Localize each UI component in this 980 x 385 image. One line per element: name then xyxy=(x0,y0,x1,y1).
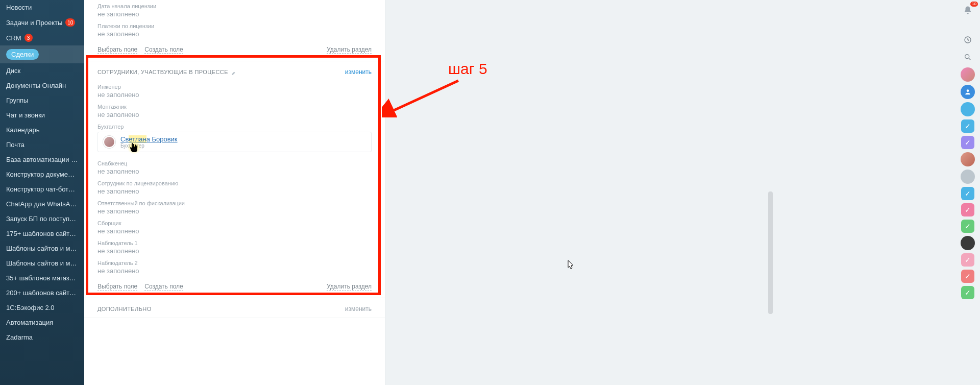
license-section: Дата начала лицензии не заполнено Платеж… xyxy=(84,0,385,61)
sidebar-item-chatbot-builder[interactable]: Конструктор чат-ботов Z... xyxy=(0,182,84,197)
sidebar-item-crm[interactable]: CRM3 xyxy=(0,30,84,45)
delete-section-link[interactable]: Удалить раздел xyxy=(327,283,372,291)
sidebar-item-groups[interactable]: Группы xyxy=(0,93,84,108)
pencil-icon[interactable] xyxy=(231,69,236,75)
rail-app-icon[interactable] xyxy=(961,102,975,116)
sidebar-item-doc-builder[interactable]: Конструктор документов xyxy=(0,167,84,182)
sidebar-item-templates-sites-2[interactable]: Шаблоны сайтов и магаз... xyxy=(0,256,84,271)
additional-section: ДОПОЛНИТЕЛЬНО изменить xyxy=(84,298,385,318)
field-accountant[interactable]: Бухгалтер Светлана Боровик Бухгалтер xyxy=(97,121,372,157)
field-license-payments[interactable]: Платежи по лицензии не заполнено xyxy=(97,20,372,40)
rail-check-icon-6[interactable]: ✓ xyxy=(961,253,974,267)
sidebar-item-bp-launch[interactable]: Запуск БП по поступлен... xyxy=(0,211,84,226)
field-assembler[interactable]: Сборщик не заполнено xyxy=(97,217,372,237)
rail-avatar-3[interactable] xyxy=(961,170,975,184)
cursor-arrow-icon xyxy=(568,260,576,271)
sidebar-item-templates-200[interactable]: 200+ шаблонов сайтов и... xyxy=(0,285,84,300)
sidebar-item-news[interactable]: Новости xyxy=(0,0,84,15)
rail-avatar-2[interactable] xyxy=(961,152,975,166)
create-field-link[interactable]: Создать поле xyxy=(144,46,183,54)
rail-avatar-4[interactable] xyxy=(961,236,975,250)
rail-clock-icon[interactable] xyxy=(961,33,975,47)
sidebar-item-disk[interactable]: Диск xyxy=(0,63,84,78)
select-field-link[interactable]: Выбрать поле xyxy=(97,46,137,54)
sidebar-item-chat[interactable]: Чат и звонки xyxy=(0,108,84,123)
rail-check-icon-5[interactable]: ✓ xyxy=(961,220,974,233)
field-licensing-emp[interactable]: Сотрудник по лицензированию не заполнено xyxy=(97,177,372,197)
deal-detail-panel: Дата начала лицензии не заполнено Платеж… xyxy=(84,0,385,385)
sidebar-item-templates-175[interactable]: 175+ шаблонов сайтов и... xyxy=(0,226,84,241)
sidebar-item-tasks[interactable]: Задачи и Проекты10 xyxy=(0,15,84,30)
change-link[interactable]: изменить xyxy=(345,305,372,312)
field-observer-1[interactable]: Наблюдатель 1 не заполнено xyxy=(97,237,372,257)
user-name[interactable]: Светлана Боровик xyxy=(120,135,178,143)
section-title: СОТРУДНИКИ, УЧАСТВУЮЩИЕ В ПРОЦЕССЕ xyxy=(97,69,228,75)
rail-check-icon-4[interactable]: ✓ xyxy=(961,203,974,216)
sidebar-item-templates-35[interactable]: 35+ шаблонов магазино... xyxy=(0,271,84,285)
field-installer[interactable]: Монтажник не заполнено xyxy=(97,101,372,121)
field-supplier[interactable]: Снабженец не заполнено xyxy=(97,157,372,177)
badge: 10 xyxy=(65,18,75,27)
rail-check-icon-8[interactable]: ✓ xyxy=(961,286,974,299)
search-icon[interactable] xyxy=(961,50,975,64)
field-engineer[interactable]: Инженер не заполнено xyxy=(97,81,372,101)
section-title: ДОПОЛНИТЕЛЬНО xyxy=(97,306,152,312)
select-field-link[interactable]: Выбрать поле xyxy=(97,283,137,291)
right-rail: 10 ✓ ✓ ✓ ✓ ✓ ✓ ✓ ✓ xyxy=(955,0,980,385)
sidebar-item-docs-online[interactable]: Документы Онлайн xyxy=(0,78,84,93)
badge: 3 xyxy=(24,34,33,42)
create-field-link[interactable]: Создать поле xyxy=(144,283,183,291)
rail-avatar-1[interactable] xyxy=(961,67,975,82)
sidebar-item-autobase[interactable]: База автоматизации ежей xyxy=(0,152,84,167)
sidebar-item-templates-sites-1[interactable]: Шаблоны сайтов и магаз... xyxy=(0,241,84,256)
field-fiscal-resp[interactable]: Ответственный по фискализации не заполне… xyxy=(97,197,372,217)
field-license-start[interactable]: Дата начала лицензии не заполнено xyxy=(97,0,372,20)
rail-check-icon-7[interactable]: ✓ xyxy=(961,270,974,283)
left-sidebar: Новости Задачи и Проекты10 CRM3 Сделки Д… xyxy=(0,0,84,385)
annotation-arrow-icon xyxy=(382,77,463,117)
scrollbar-thumb[interactable] xyxy=(768,191,773,314)
sidebar-item-1c[interactable]: 1С:Бэкофис 2.0 xyxy=(0,300,84,315)
sidebar-item-deals[interactable]: Сделки xyxy=(0,45,84,63)
svg-line-3 xyxy=(969,58,970,60)
notifications-bell-icon[interactable]: 10 xyxy=(961,3,975,17)
sidebar-item-calendar[interactable]: Календарь xyxy=(0,123,84,137)
user-card[interactable]: Светлана Боровик Бухгалтер xyxy=(97,132,372,152)
rail-group-icon[interactable] xyxy=(961,85,975,99)
field-observer-2[interactable]: Наблюдатель 2 не заполнено xyxy=(97,257,372,277)
delete-section-link[interactable]: Удалить раздел xyxy=(327,46,372,54)
sidebar-item-zadarma[interactable]: Zadarma xyxy=(0,330,84,345)
rail-check-icon[interactable]: ✓ xyxy=(961,119,974,133)
rail-check-icon-2[interactable]: ✓ xyxy=(961,136,974,149)
svg-line-0 xyxy=(389,81,458,112)
sidebar-item-chatapp[interactable]: ChatApp для WhatsApp, T... xyxy=(0,197,84,211)
participants-section: СОТРУДНИКИ, УЧАСТВУЮЩИЕ В ПРОЦЕССЕ измен… xyxy=(84,61,385,298)
svg-point-2 xyxy=(965,55,969,59)
sidebar-item-mail[interactable]: Почта xyxy=(0,137,84,152)
annotation-label: шаг 5 xyxy=(448,60,487,78)
badge: 10 xyxy=(970,2,978,7)
change-link[interactable]: изменить xyxy=(345,68,372,76)
rail-check-icon-3[interactable]: ✓ xyxy=(961,187,974,200)
user-role: Бухгалтер xyxy=(120,143,178,149)
sidebar-item-automation[interactable]: Автоматизация xyxy=(0,315,84,330)
avatar xyxy=(103,136,115,148)
